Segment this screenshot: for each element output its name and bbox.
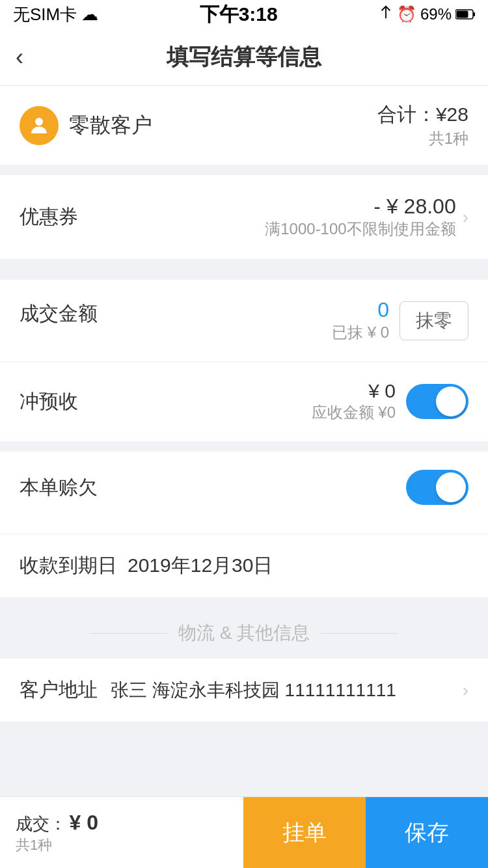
pre-collect-row: 冲预收 ¥ 0 应收金额 ¥0 bbox=[0, 362, 488, 441]
customer-info: 零散客户 bbox=[20, 106, 152, 145]
address-value: 张三 海淀永丰科技园 11111111111 bbox=[111, 678, 463, 703]
pre-collect-label: 冲预收 bbox=[20, 388, 78, 415]
customer-total: 合计：¥28 bbox=[377, 102, 468, 128]
debit-label: 本单赊欠 bbox=[20, 474, 98, 501]
signal-text: 无SIM卡 ☁ bbox=[13, 3, 98, 26]
bottom-info: 成交： ¥ 0 共1种 bbox=[0, 811, 243, 855]
coupon-description: 满1000-100不限制使用金额 bbox=[265, 219, 455, 239]
customer-avatar bbox=[20, 106, 59, 145]
logistics-divider: 物流 & 其他信息 bbox=[0, 608, 488, 658]
toggle-knob bbox=[436, 387, 466, 416]
customer-totals: 合计：¥28 共1种 bbox=[377, 102, 468, 149]
hold-button[interactable]: 挂单 bbox=[243, 797, 366, 869]
content-area: 零散客户 合计：¥28 共1种 优惠券 - ¥ 28.00 满1000-100不… bbox=[0, 86, 488, 800]
chevron-right-icon: › bbox=[463, 207, 468, 228]
transaction-right: 0 已抹 ¥ 0 抹零 bbox=[332, 298, 468, 343]
pre-collect-receivable: 应收金额 ¥0 bbox=[312, 402, 396, 423]
battery-icon bbox=[455, 5, 475, 23]
status-bar: 无SIM卡 ☁ 下午3:18 ⏰ 69% bbox=[0, 0, 488, 29]
coupon-row[interactable]: 优惠券 - ¥ 28.00 满1000-100不限制使用金额 › bbox=[0, 175, 488, 259]
debit-row: 本单赊欠 bbox=[0, 452, 488, 523]
transaction-section: 成交金额 0 已抹 ¥ 0 抹零 冲预收 ¥ 0 应收金额 ¥0 bbox=[0, 280, 488, 441]
section-separator-1 bbox=[0, 269, 488, 280]
svg-rect-3 bbox=[473, 12, 475, 16]
status-time: 下午3:18 bbox=[200, 1, 278, 28]
bottom-bar: 成交： ¥ 0 共1种 挂单 保存 bbox=[0, 796, 488, 868]
status-left: 无SIM卡 ☁ bbox=[13, 3, 98, 26]
battery-percent: 69% bbox=[420, 5, 452, 23]
due-date-label: 收款到期日 bbox=[20, 552, 117, 579]
debit-toggle-knob bbox=[436, 472, 466, 502]
bottom-deal-amount: ¥ 0 bbox=[69, 811, 98, 834]
transaction-sub: 已抹 ¥ 0 bbox=[332, 322, 389, 343]
pre-collect-right: ¥ 0 应收金额 ¥0 bbox=[312, 380, 468, 423]
coupon-right: - ¥ 28.00 满1000-100不限制使用金额 › bbox=[265, 195, 468, 239]
due-date-row: 收款到期日 2019年12月30日 bbox=[0, 534, 488, 597]
transaction-value-block: 0 已抹 ¥ 0 bbox=[332, 298, 389, 343]
customer-name: 零散客户 bbox=[69, 111, 152, 140]
pre-collect-amount: ¥ 0 bbox=[312, 380, 396, 402]
battery-icon bbox=[379, 5, 393, 23]
page-title: 填写结算等信息 bbox=[167, 42, 321, 72]
debit-section: 本单赊欠 收款到期日 2019年12月30日 bbox=[0, 452, 488, 597]
coupon-label: 优惠券 bbox=[20, 204, 78, 230]
save-button[interactable]: 保存 bbox=[366, 797, 488, 869]
round-button[interactable]: 抹零 bbox=[400, 301, 468, 340]
transaction-amount-row: 成交金额 0 已抹 ¥ 0 抹零 bbox=[0, 280, 488, 362]
pre-collect-values: ¥ 0 应收金额 ¥0 bbox=[312, 380, 396, 423]
svg-point-4 bbox=[35, 118, 43, 126]
bottom-deal-row: 成交： ¥ 0 bbox=[16, 811, 228, 835]
bottom-count: 共1种 bbox=[16, 835, 228, 855]
address-row[interactable]: 客户地址 张三 海淀永丰科技园 11111111111 › bbox=[0, 658, 488, 722]
coupon-info: - ¥ 28.00 满1000-100不限制使用金额 bbox=[265, 195, 455, 239]
transaction-value: 0 bbox=[332, 298, 389, 322]
status-right: ⏰ 69% bbox=[379, 5, 475, 23]
pre-collect-toggle[interactable] bbox=[406, 384, 468, 419]
section-separator-2 bbox=[0, 597, 488, 608]
debit-toggle[interactable] bbox=[406, 470, 468, 505]
address-label: 客户地址 bbox=[20, 677, 98, 703]
nav-bar: ‹ 填写结算等信息 bbox=[0, 29, 488, 86]
bottom-deal-label: 成交： bbox=[16, 814, 66, 834]
transaction-amount-label: 成交金额 bbox=[20, 298, 98, 327]
logistics-label: 物流 & 其他信息 bbox=[20, 621, 468, 645]
coupon-discount: - ¥ 28.00 bbox=[265, 195, 455, 219]
due-date-value: 2019年12月30日 bbox=[128, 552, 273, 579]
svg-rect-2 bbox=[456, 11, 468, 18]
back-button[interactable]: ‹ bbox=[16, 44, 23, 71]
alarm-icon: ⏰ bbox=[397, 5, 416, 23]
customer-row: 零散客户 合计：¥28 共1种 bbox=[0, 86, 488, 165]
address-chevron-icon: › bbox=[463, 680, 468, 701]
customer-count: 共1种 bbox=[377, 128, 468, 149]
